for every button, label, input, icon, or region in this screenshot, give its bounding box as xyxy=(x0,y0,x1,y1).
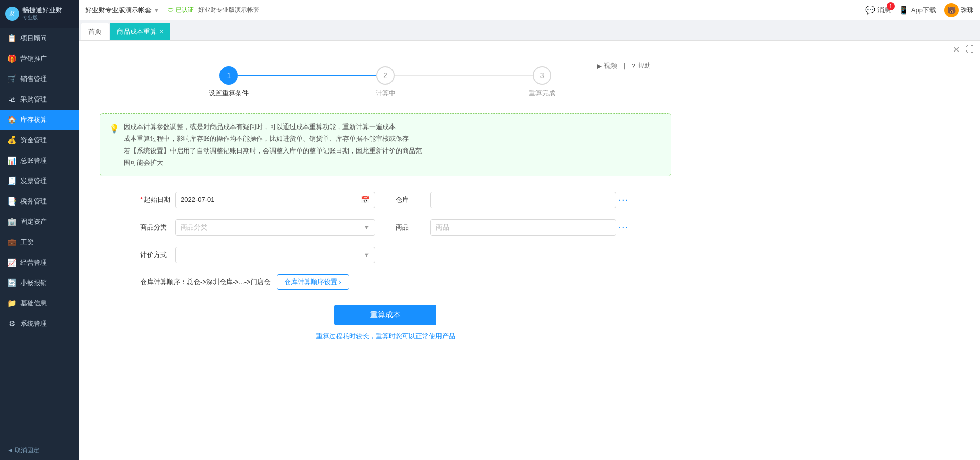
logo-icon: 财 xyxy=(5,7,19,21)
sidebar-item-inventory[interactable]: 🏠 库存核算 xyxy=(0,110,79,130)
help-links: ▶ 视频 ｜ ? 帮助 xyxy=(597,61,651,70)
sidebar-item-assets[interactable]: 🏢 固定资产 xyxy=(0,212,79,232)
field-price-method: 计价方式 ▼ xyxy=(140,247,375,263)
warehouse-order-settings-button[interactable]: 仓库计算顺序设置 › xyxy=(277,274,349,290)
sidebar-logo: 财 畅捷通好业财 专业版 xyxy=(0,0,79,28)
sidebar-item-salary[interactable]: 💼 工资 xyxy=(0,232,79,252)
warehouse-dots-button[interactable]: ··· xyxy=(616,194,630,206)
field-goods: 商品 商品 ··· xyxy=(396,219,630,236)
expand-window-icon[interactable]: ⛶ xyxy=(966,45,974,55)
sales-icon: 🛒 xyxy=(7,74,16,84)
sidebar-item-finance[interactable]: 💰 资金管理 xyxy=(0,130,79,150)
message-icon: 💬 xyxy=(865,5,875,15)
recalc-button[interactable]: 重算成本 xyxy=(334,305,436,325)
sidebar-item-project[interactable]: 📋 项目顾问 xyxy=(0,28,79,48)
form-row-3: 计价方式 ▼ xyxy=(140,247,630,263)
expense-icon: 🔄 xyxy=(7,278,16,288)
category-select[interactable]: 商品分类 ▼ xyxy=(175,219,375,236)
video-label: 视频 xyxy=(604,61,617,70)
tab-home-label: 首页 xyxy=(88,27,102,36)
form-section: 起始日期 2022-07-01 📅 仓库 ··· xyxy=(100,192,671,341)
purchase-icon: 🛍 xyxy=(7,95,16,104)
sidebar-label-finance: 资金管理 xyxy=(20,136,47,145)
form-row-1: 起始日期 2022-07-01 📅 仓库 ··· xyxy=(140,192,630,208)
goods-placeholder: 商品 xyxy=(436,223,449,232)
shield-icon: 🛡 xyxy=(167,7,174,14)
video-link[interactable]: ▶ 视频 xyxy=(597,61,617,70)
tax-icon: 📑 xyxy=(7,197,16,206)
tab-recalc-label: 商品成本重算 xyxy=(117,27,157,36)
tab-close-icon[interactable]: × xyxy=(160,28,163,35)
sidebar-item-sales[interactable]: 🛒 销售管理 xyxy=(0,69,79,89)
message-button[interactable]: 💬 消息 1 xyxy=(865,5,891,15)
recalc-hint: 重算过程耗时较长，重算时您可以正常使用产品 xyxy=(316,331,455,341)
close-window-icon[interactable]: ✕ xyxy=(953,45,960,55)
user-name: 珠珠 xyxy=(961,6,974,15)
user-menu[interactable]: 🐻 珠珠 xyxy=(944,3,974,17)
topbar: 好业财专业版演示帐套 ▼ 🛡 已认证 好业财专业版演示帐套 💬 消息 1 📱 A… xyxy=(79,0,980,20)
goods-input[interactable]: 商品 xyxy=(430,219,616,236)
warehouse-input[interactable] xyxy=(430,192,616,208)
sidebar-label-basic: 基础信息 xyxy=(20,299,47,308)
sidebar-item-expense[interactable]: 🔄 小畅报销 xyxy=(0,273,79,293)
account-name: 好业财专业版演示帐套 xyxy=(85,6,152,15)
notice-line1: 因成本计算参数调整，或是对商品成本有疑问时，可以通过成本重算功能，重新计算一遍成… xyxy=(124,121,422,133)
sidebar-item-marketing[interactable]: 🎁 营销推广 xyxy=(0,48,79,69)
sidebar-label-inventory: 库存核算 xyxy=(20,115,47,124)
start-date-input[interactable]: 2022-07-01 📅 xyxy=(175,192,375,208)
operation-icon: 📈 xyxy=(7,258,16,267)
warehouse-order-label: 仓库计算顺序：总仓->深圳仓库->...->门店仓 xyxy=(140,277,271,287)
category-arrow-icon: ▼ xyxy=(364,224,370,231)
price-method-label: 计价方式 xyxy=(140,250,171,260)
sidebar-unpin-label: ◄ 取消固定 xyxy=(7,446,39,455)
category-placeholder: 商品分类 xyxy=(181,223,364,232)
start-date-value: 2022-07-01 xyxy=(181,196,361,203)
tab-recalc[interactable]: 商品成本重算 × xyxy=(110,23,170,40)
warning-icon: 💡 xyxy=(109,122,119,137)
recalc-btn-label: 重算成本 xyxy=(370,310,401,320)
sidebar-item-invoice[interactable]: 🧾 发票管理 xyxy=(0,171,79,191)
price-method-arrow-icon: ▼ xyxy=(364,252,370,258)
step-1-label: 设置重算条件 xyxy=(209,89,249,98)
topbar-account[interactable]: 好业财专业版演示帐套 ▼ xyxy=(85,6,159,15)
sidebar-item-operation[interactable]: 📈 经营管理 xyxy=(0,252,79,273)
logo-sub: 专业版 xyxy=(22,14,62,21)
sidebar-label-assets: 固定资产 xyxy=(20,217,47,226)
sidebar-item-system[interactable]: ⚙ 系统管理 xyxy=(0,314,79,334)
calendar-icon[interactable]: 📅 xyxy=(361,196,370,204)
price-method-select[interactable]: ▼ xyxy=(175,247,375,263)
verified-text: 已认证 xyxy=(176,6,194,14)
sidebar-item-purchase[interactable]: 🛍 采购管理 xyxy=(0,89,79,110)
form-row-2: 商品分类 商品分类 ▼ 商品 商品 ··· xyxy=(140,219,630,236)
step-3-number: 3 xyxy=(540,71,544,80)
finance-icon: 💰 xyxy=(7,136,16,145)
topbar-verified: 🛡 已认证 xyxy=(167,6,194,14)
warehouse-order-row: 仓库计算顺序：总仓->深圳仓库->...->门店仓 仓库计算顺序设置 › xyxy=(140,274,630,290)
play-icon: ▶ xyxy=(597,62,602,70)
warehouse-order-btn-label: 仓库计算顺序设置 xyxy=(284,277,337,287)
assets-icon: 🏢 xyxy=(7,217,16,226)
field-category: 商品分类 商品分类 ▼ xyxy=(140,219,375,236)
step-2-number: 2 xyxy=(383,71,387,80)
main-area: 好业财专业版演示帐套 ▼ 🛡 已认证 好业财专业版演示帐套 💬 消息 1 📱 A… xyxy=(79,0,980,460)
content-area: ✕ ⛶ 1 设置重算条件 xyxy=(79,41,980,460)
message-badge: 1 xyxy=(887,2,895,10)
tab-home[interactable]: 首页 xyxy=(81,23,109,40)
sidebar-item-tax[interactable]: 📑 税务管理 xyxy=(0,191,79,212)
topbar-right: 💬 消息 1 📱 App下载 🐻 珠珠 xyxy=(865,3,974,17)
step-2-label: 计算中 xyxy=(376,89,396,98)
goods-input-wrapper: 商品 ··· xyxy=(430,219,630,236)
step-3: 3 重算完成 xyxy=(463,66,620,98)
sidebar-unpin-button[interactable]: ◄ 取消固定 xyxy=(0,441,79,460)
marketing-icon: 🎁 xyxy=(7,54,16,63)
logo-text-block: 畅捷通好业财 专业版 xyxy=(22,6,62,21)
help-link[interactable]: ? 帮助 xyxy=(632,61,651,70)
sidebar-item-basic[interactable]: 📁 基础信息 xyxy=(0,293,79,314)
step-1: 1 设置重算条件 xyxy=(151,66,307,98)
basic-icon: 📁 xyxy=(7,299,16,308)
salary-icon: 💼 xyxy=(7,238,16,247)
app-download-button[interactable]: 📱 App下载 xyxy=(899,5,936,15)
category-label: 商品分类 xyxy=(140,223,171,232)
sidebar-item-accounting[interactable]: 📊 总账管理 xyxy=(0,150,79,171)
goods-dots-button[interactable]: ··· xyxy=(616,221,630,233)
